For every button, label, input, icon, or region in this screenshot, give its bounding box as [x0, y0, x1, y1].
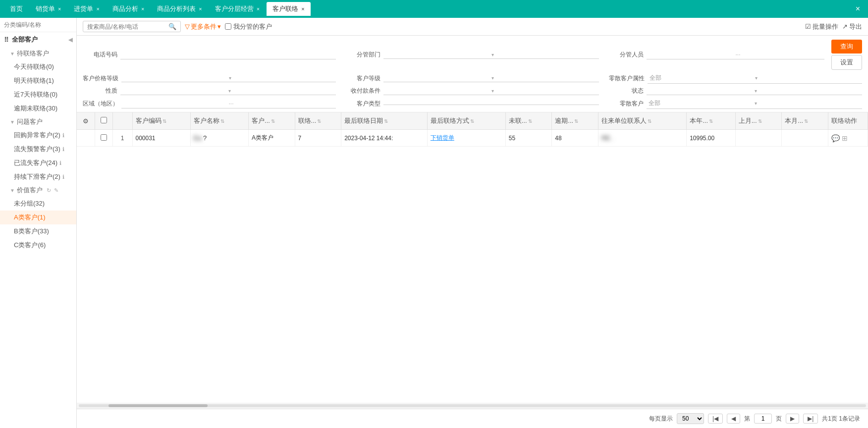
phone-input[interactable] — [120, 50, 336, 59]
payment-select[interactable]: ▾ — [383, 87, 599, 95]
grid-icon: ⠿ — [4, 36, 9, 44]
content-area: 🔍 ▽ 更多条件 ▾ 我分管的客户 ☑ 批量操作 ↗ 导出 — [77, 18, 868, 428]
prev-page-button[interactable]: ◀ — [727, 414, 740, 424]
nature-select[interactable]: ▾ — [120, 87, 336, 95]
horizontal-scrollbar[interactable] — [77, 403, 868, 409]
tab-close-5[interactable]: × — [301, 6, 304, 12]
item-label: 近7天待联络(0) — [14, 90, 57, 99]
nav-tab-1[interactable]: 进货单 × — [68, 2, 105, 16]
customer-level-select[interactable]: ▾ — [383, 74, 599, 82]
sidebar-item-churn-warning[interactable]: 流失预警客户(3) ℹ — [0, 142, 76, 156]
batch-op-button[interactable]: ☑ 批量操作 — [805, 22, 838, 31]
sidebar-item-tomorrow[interactable]: 明天待联络(1) — [0, 74, 76, 88]
filter-more-button[interactable]: ▽ 更多条件 ▾ — [185, 22, 221, 31]
my-customers-checkbox[interactable] — [225, 23, 231, 30]
nav-tab-2[interactable]: 商品分析 × — [107, 2, 150, 16]
per-page-label: 每页显示 — [649, 415, 673, 423]
tab-close-0[interactable]: × — [58, 6, 61, 12]
my-customers-filter[interactable]: 我分管的客户 — [225, 22, 272, 31]
select-all-checkbox[interactable] — [101, 117, 107, 123]
filter-row-1: 电话号码 分管部门 ▾ 分管人员 ··· — [83, 40, 862, 70]
tab-close-2[interactable]: × — [141, 6, 144, 12]
nav-tab-0[interactable]: 销货单 × — [30, 2, 67, 16]
sidebar: 🔍 ⠿ 全部客户 ◀ ▼ 待联络客户 今天待联络(0) 明天待联络(1) 近7天… — [0, 18, 77, 428]
last-contact-method[interactable]: 下销货单 — [427, 130, 505, 147]
sidebar-item-today[interactable]: 今天待联络(0) — [0, 60, 76, 74]
info-icon: ℹ — [59, 160, 61, 166]
region-select[interactable]: ··· — [121, 99, 336, 108]
th-overdue[interactable]: 逾期...⇅ — [552, 112, 598, 130]
price-level-select[interactable]: ▾ — [121, 74, 336, 82]
query-button[interactable]: 查询 — [831, 40, 862, 54]
sidebar-search-input[interactable] — [4, 21, 77, 28]
item-label: 已流失客户(24) — [14, 159, 57, 167]
nav-tab-3[interactable]: 商品分析列表 × — [151, 2, 208, 16]
next-page-button[interactable]: ▶ — [786, 414, 799, 424]
tab-close-1[interactable]: × — [96, 6, 99, 12]
sidebar-group-problem[interactable]: ▼ 问题客户 — [0, 115, 76, 128]
filter-search-input[interactable] — [87, 23, 166, 30]
first-page-button[interactable]: |◀ — [708, 414, 723, 424]
customer-type-select[interactable] — [383, 103, 599, 105]
sidebar-search-bar[interactable]: 🔍 — [0, 18, 76, 32]
sidebar-item-declining[interactable]: 持续下滑客户(2) ℹ — [0, 170, 76, 184]
sidebar-group-pending[interactable]: ▼ 待联络客户 — [0, 47, 76, 60]
scrollbar-thumb[interactable] — [108, 404, 208, 407]
sidebar-item-a-class[interactable]: A类客户(1) — [0, 211, 76, 224]
export-label: 导出 — [849, 22, 862, 31]
page-number-input[interactable] — [754, 414, 772, 424]
row-checkbox-cell[interactable] — [95, 130, 112, 147]
nav-tab-5[interactable]: 客户联络 × — [267, 2, 310, 16]
th-this-year[interactable]: 本年...⇅ — [687, 112, 736, 130]
per-page-select[interactable]: 50 100 200 — [677, 413, 704, 424]
dept-select[interactable]: ▾ — [383, 51, 599, 59]
th-unit-contact[interactable]: 往来单位联系人⇅ — [598, 112, 686, 130]
setting-button[interactable]: 设置 — [831, 55, 862, 70]
filter-row-2: 客户价格等级 ▾ 客户等级 ▾ 零散客户属性 全部 — [83, 73, 862, 84]
status-select[interactable]: ▾ — [647, 87, 862, 95]
tab-close-4[interactable]: × — [257, 6, 260, 12]
sidebar-item-abnormal[interactable]: 回购异常客户(2) ℹ — [0, 128, 76, 142]
sidebar-all-customers[interactable]: ⠿ 全部客户 ◀ — [0, 32, 76, 47]
last-contact-date: 2023-04-12 14:44: — [341, 130, 428, 147]
th-contact[interactable]: 联络...⇅ — [295, 112, 341, 130]
th-this-month-label: 本月... — [785, 116, 803, 125]
window-close-button[interactable]: × — [852, 4, 864, 13]
nav-home[interactable]: 首页 — [4, 2, 29, 16]
tab-close-3[interactable]: × — [199, 6, 202, 12]
export-button[interactable]: ↗ 导出 — [842, 22, 862, 31]
sidebar-item-b-class[interactable]: B类客户(33) — [0, 224, 76, 238]
filter-search-box[interactable]: 🔍 — [83, 21, 181, 32]
customer-code: 000031 — [132, 130, 190, 147]
th-code[interactable]: 客户编码⇅ — [132, 112, 190, 130]
th-settings[interactable]: ⚙ — [77, 112, 95, 130]
sidebar-item-c-class[interactable]: C类客户(6) — [0, 238, 76, 252]
th-name[interactable]: 客户名称⇅ — [190, 112, 248, 130]
item-label: C类客户(6) — [14, 241, 46, 250]
th-last-method[interactable]: 最后联络方式⇅ — [427, 112, 505, 130]
sort-icon: ⇅ — [384, 118, 388, 124]
th-last-month[interactable]: 上月...⇅ — [735, 112, 782, 130]
scrollbar-track[interactable] — [79, 404, 866, 407]
th-this-month[interactable]: 本月...⇅ — [782, 112, 828, 130]
row-checkbox[interactable] — [101, 134, 107, 141]
th-type[interactable]: 客户...⇅ — [249, 112, 295, 130]
retail-attr-select[interactable]: 全部 ▾ — [648, 73, 862, 84]
sidebar-item-7days[interactable]: 近7天待联络(0) — [0, 88, 76, 102]
comment-icon[interactable]: 💬 — [831, 134, 840, 142]
th-last-date[interactable]: 最后联络日期⇅ — [341, 112, 428, 130]
sidebar-item-overdue[interactable]: 逾期未联络(30) — [0, 102, 76, 115]
last-page-button[interactable]: ▶| — [803, 414, 818, 424]
retail-customer-select[interactable]: 全部 ▾ — [647, 98, 862, 109]
sidebar-item-churned[interactable]: 已流失客户(24) ℹ — [0, 156, 76, 170]
refresh-icon[interactable]: ↻ — [47, 187, 51, 194]
th-uncontacted[interactable]: 未联...⇅ — [505, 112, 552, 130]
qrcode-icon[interactable]: ⊞ — [842, 134, 848, 142]
sidebar-item-unclassified[interactable]: 未分组(32) — [0, 197, 76, 211]
sidebar-group-value[interactable]: ▼ 价值客户 ↻ ✎ — [0, 184, 76, 197]
th-checkbox[interactable] — [95, 112, 112, 130]
edit-icon[interactable]: ✎ — [54, 187, 58, 194]
manager-select[interactable]: ··· — [647, 50, 824, 59]
nav-tab-4[interactable]: 客户分层经营 × — [209, 2, 266, 16]
filter-manager-row: 分管人员 ··· 查询 设置 — [609, 40, 862, 70]
